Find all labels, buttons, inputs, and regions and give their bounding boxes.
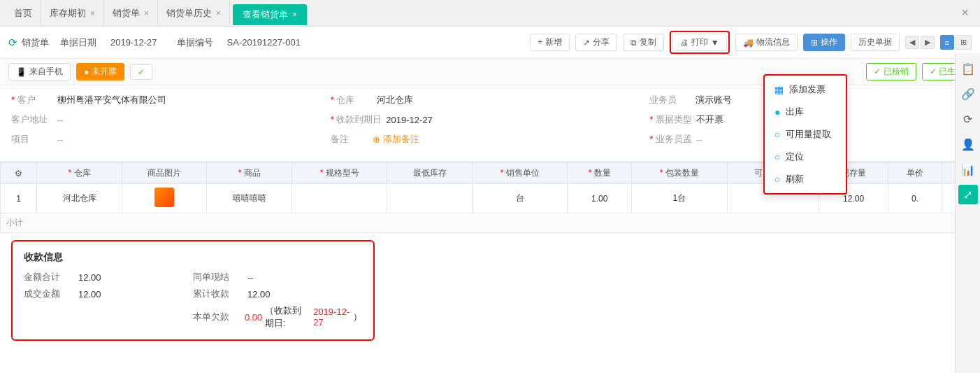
col-min-stock: 最低库存 (387, 163, 473, 184)
grid-view-button[interactable]: ⊞ (956, 35, 972, 50)
payment-title: 收款信息 (24, 251, 362, 264)
right-sidebar: 📋 🔗 ⟳ 👤 📊 ⤢ (955, 53, 980, 373)
from-phone-button[interactable]: 📱 来自手机 (8, 63, 71, 80)
due-date-value: 2019-12-27 (386, 115, 433, 125)
prev-button[interactable]: ◀ (905, 36, 919, 49)
history-button[interactable]: 历史单据 (851, 34, 900, 51)
note-label: 备注 (331, 133, 373, 146)
doc-header: ⟳ 销货单 单据日期 2019-12-27 单据编号 SA-20191227-0… (0, 27, 980, 59)
current-owed-label: 本单欠款 (193, 311, 242, 323)
staff-value: 演示账号 (696, 94, 732, 106)
project-label: 项目 (11, 133, 53, 146)
tab-sales-order[interactable]: 销货单 × (104, 0, 158, 27)
staff2-value: -- (696, 134, 702, 145)
doc-info: 单据日期 2019-12-27 单据编号 SA-20191227-001 (60, 36, 301, 49)
row-num: 1 (1, 184, 37, 213)
ticket-type-value: 不开票 (696, 113, 723, 126)
dropdown-locate[interactable]: ○ 定位 (765, 146, 846, 168)
check-effective-icon: ✓ (930, 66, 937, 76)
row-unit-price: 0. (888, 184, 942, 213)
warehouse-label: 仓库 (331, 94, 373, 106)
dropdown-refresh[interactable]: ○ 刷新 (765, 168, 846, 190)
transaction-item: 成交金额 12.00 (24, 288, 193, 300)
locate-icon: ○ (774, 151, 780, 162)
dropdown-available-qty[interactable]: ○ 可用量提取 (765, 123, 846, 146)
nav-arrows: ◀ ▶ (905, 36, 935, 49)
plus-icon: ⊕ (373, 134, 380, 145)
current-owed-item: 本单欠款 0.00 （收款到期日: 2019-12-27 ） (193, 304, 362, 330)
sidebar-icon-3[interactable]: ⟳ (958, 109, 978, 129)
available-qty-icon: ○ (774, 129, 780, 140)
due-date-label: 收款到期日 (331, 113, 382, 126)
subtotal-row: 小计 (1, 213, 980, 233)
row-pack-qty: 1台 (632, 184, 728, 213)
col-warehouse: * 仓库 (37, 163, 122, 184)
dropdown-outbound[interactable]: ● 出库 (765, 101, 846, 123)
tab-view-sales-close[interactable]: × (292, 10, 297, 20)
add-note-button[interactable]: ⊕ 添加备注 (373, 133, 419, 146)
date-label: 单据日期 (60, 36, 96, 49)
warehouse-value: 河北仓库 (377, 94, 413, 106)
number-value: SA-20191227-001 (227, 37, 301, 48)
amount-total-value: 12.00 (78, 272, 101, 283)
transaction-label: 成交金额 (24, 288, 73, 300)
staff-label: 业务员 (649, 94, 691, 106)
due-note-end: ） (353, 311, 362, 323)
tab-bar: 首页 库存期初 × 销货单 × 销货单历史 × 查看销货单 × × (0, 0, 980, 27)
new-button[interactable]: + 新增 (530, 34, 569, 51)
sidebar-icon-5[interactable]: 📊 (958, 160, 978, 179)
tab-sales-order-close[interactable]: × (144, 8, 149, 18)
doc-icon: ⟳ (8, 36, 17, 49)
check-icon-btn[interactable]: ✓ (130, 64, 152, 80)
same-order-value: -- (247, 272, 254, 283)
warehouse-field: 仓库 河北仓库 (331, 94, 650, 106)
tab-inventory-init[interactable]: 库存期初 × (41, 0, 104, 27)
window-close-button[interactable]: × (956, 6, 974, 20)
tab-inventory-init-close[interactable]: × (90, 8, 95, 18)
sidebar-icon-2[interactable]: 🔗 (958, 84, 978, 104)
refresh-icon: ○ (774, 174, 780, 185)
same-order-item: 同单现结 -- (193, 271, 362, 283)
not-open-button[interactable]: ● 未开票 (76, 63, 124, 80)
outbound-icon: ● (774, 106, 780, 118)
add-invoice-icon: ▦ (774, 84, 784, 95)
row-product: 嘻嘻嘻嘻 (207, 184, 292, 213)
doc-title: ⟳ 销货单 (8, 36, 49, 49)
dropdown-add-invoice[interactable]: ▦ 添加发票 (765, 78, 846, 101)
sidebar-icon-expand[interactable]: ⤢ (958, 185, 978, 204)
sidebar-icon-4[interactable]: 👤 (958, 134, 978, 154)
share-icon: ↗ (583, 38, 590, 48)
ticket-type-label: 票据类型 (649, 113, 692, 126)
col-unit-price: 单价 (888, 163, 942, 184)
col-pack-qty: * 包装数量 (632, 163, 728, 184)
tab-sales-history[interactable]: 销货单历史 × (158, 0, 230, 27)
col-settings[interactable]: ⚙ (1, 163, 37, 184)
address-value: -- (57, 115, 64, 125)
sidebar-icon-1[interactable]: 📋 (958, 59, 978, 78)
row-qty: 1.00 (568, 184, 632, 213)
share-button[interactable]: ↗ 分享 (575, 34, 617, 51)
print-highlight: 🖨 打印 ▼ (670, 31, 730, 54)
staff2-label: 业务员孟 (649, 133, 692, 146)
col-spec: * 规格型号 (291, 163, 387, 184)
project-value: -- (57, 134, 64, 145)
list-view-button[interactable]: ≡ (940, 35, 954, 50)
logistics-button[interactable]: 🚚 物流信息 (735, 34, 798, 51)
date-value: 2019-12-27 (110, 37, 157, 48)
tab-view-sales[interactable]: 查看销货单 × (233, 4, 308, 25)
phone-icon: 📱 (16, 67, 27, 77)
invoice-icon: ● (84, 67, 89, 77)
operation-button[interactable]: ⊞ 操作 (803, 34, 845, 51)
customer-field: 客户 柳州粤港平安气体有限公司 (11, 94, 331, 106)
tab-home[interactable]: 首页 (6, 0, 41, 27)
amount-total-label: 金额合计 (24, 271, 73, 283)
doc-type-label: 销货单 (22, 36, 49, 49)
next-button[interactable]: ▶ (921, 36, 935, 49)
cancelled-button[interactable]: ✓ 已核销 (866, 63, 916, 80)
print-button[interactable]: 🖨 打印 ▼ (672, 34, 727, 51)
grid-icon: ⊞ (811, 38, 818, 48)
copy-button[interactable]: ⧉ 复制 (623, 34, 664, 51)
subtotal-label: 小计 (1, 213, 980, 233)
check-icon: ✓ (138, 67, 145, 77)
tab-sales-history-close[interactable]: × (216, 8, 221, 18)
